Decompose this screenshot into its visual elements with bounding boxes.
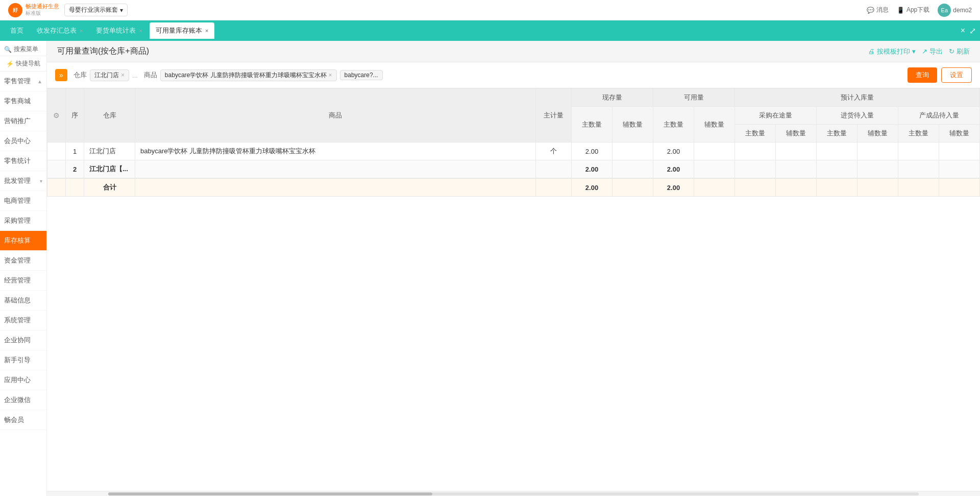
th-pending-aux: 辅数量 <box>857 125 898 143</box>
sidebar-item-member[interactable]: 会员中心 <box>0 131 46 151</box>
sidebar-item-system[interactable]: 系统管理 <box>0 311 46 330</box>
product-tag1-remove[interactable]: × <box>329 72 332 79</box>
quick-nav-label: 快捷导航 <box>16 59 40 68</box>
tab-inventory[interactable]: 可用量库存账本 × <box>150 22 214 39</box>
sidebar-item-app-center[interactable]: 应用中心 <box>0 370 46 390</box>
th-pending-in: 进货待入量 <box>817 107 898 125</box>
footer-pending-aux <box>857 178 898 197</box>
filter-toggle-icon: » <box>59 71 63 79</box>
tab-inventory-close[interactable]: × <box>205 28 208 34</box>
maximize-icon[interactable]: ⤢ <box>969 26 976 36</box>
sidebar-item-label: 应用中心 <box>4 375 31 385</box>
sidebar-item-enterprise-wechat[interactable]: 企业微信 <box>0 390 46 410</box>
tab-actions: × ⤢ <box>961 26 976 36</box>
tab-home[interactable]: 首页 <box>4 22 30 39</box>
row-avail-aux <box>694 143 735 160</box>
table-container[interactable]: ⚙ 序 仓库 商品 主计量 现存量 可用量 预计入库量 主数量 辅数量 主数量 <box>47 88 980 491</box>
row2-gear <box>47 160 66 179</box>
print-button[interactable]: 🖨 按模板打印 ▾ <box>868 47 916 56</box>
th-prod-main: 主数量 <box>898 125 939 143</box>
th-gear[interactable]: ⚙ <box>47 89 66 143</box>
sidebar-item-retail-stats[interactable]: 零售统计 <box>0 151 46 171</box>
sidebar-item-retail-mall[interactable]: 零售商城 <box>0 91 46 111</box>
table-row-group: 2 江北门店【... 2.00 2.00 <box>47 160 980 179</box>
inventory-table: ⚙ 序 仓库 商品 主计量 现存量 可用量 预计入库量 主数量 辅数量 主数量 <box>47 88 980 197</box>
row2-main-unit <box>536 160 572 179</box>
horizontal-scrollbar[interactable] <box>47 491 980 496</box>
tab-receipts-close[interactable]: × <box>80 28 83 34</box>
warehouse-tag-remove[interactable]: × <box>121 72 125 79</box>
sidebar-item-label: 经营管理 <box>4 276 31 285</box>
tab-receipts[interactable]: 收发存汇总表 × <box>31 22 89 39</box>
sidebar-item-new-guide[interactable]: 新手引导 <box>0 350 46 370</box>
row2-no: 2 <box>66 160 84 179</box>
sidebar-item-basic-info[interactable]: 基础信息 <box>0 291 46 311</box>
product-filter-tag1[interactable]: babycare学饮杯 儿童防摔防撞吸管杯重力球吸嘴杯宝宝水杯 × <box>160 69 337 81</box>
footer-row: 合计 2.00 2.00 <box>47 178 980 197</box>
tab-orders-label: 要货单统计表 <box>96 26 136 35</box>
row-no: 1 <box>66 143 84 160</box>
page-header: 可用量查询(按仓库+商品) 🖨 按模板打印 ▾ ↗ 导出 ↻ 刷新 <box>47 41 980 62</box>
export-label: 导出 <box>929 47 943 56</box>
th-prod-aux: 辅数量 <box>939 125 980 143</box>
sidebar-item-marketing[interactable]: 营销推广 <box>0 111 46 131</box>
sidebar-quick-nav[interactable]: ⚡ 快捷导航 <box>0 56 46 72</box>
industry-label: 母婴行业演示账套 <box>69 6 118 14</box>
footer-label: 合计 <box>84 178 135 197</box>
sidebar-item-enterprise[interactable]: 企业协同 <box>0 330 46 350</box>
product-filter-group: 商品 babycare学饮杯 儿童防摔防撞吸管杯重力球吸嘴杯宝宝水杯 × bab… <box>144 69 383 81</box>
sidebar-item-finance[interactable]: 资金管理 <box>0 251 46 271</box>
product-filter-tag2[interactable]: babycare?... <box>340 70 383 80</box>
settings-button[interactable]: 设置 <box>941 67 972 83</box>
sidebar-item-inventory-check[interactable]: 库存核算 <box>0 231 46 251</box>
export-button[interactable]: ↗ 导出 <box>922 47 943 56</box>
sidebar-item-vip[interactable]: 畅会员 <box>0 410 46 430</box>
sidebar-item-retail-mgmt[interactable]: 零售管理 ▲ <box>0 72 46 91</box>
app-download-button[interactable]: 📱 App下载 <box>897 6 929 14</box>
row-gear <box>47 143 66 160</box>
scroll-track <box>108 492 919 495</box>
row2-stock-aux <box>612 160 653 179</box>
sidebar-item-ecommerce[interactable]: 电商管理 <box>0 191 46 211</box>
warehouse-filter-tag[interactable]: 江北门店 × <box>90 69 129 81</box>
footer-avail-main: 2.00 <box>653 178 694 197</box>
refresh-label: 刷新 <box>957 47 970 56</box>
th-no: 序 <box>66 89 84 143</box>
sidebar-item-label: 资金管理 <box>4 256 31 265</box>
header-actions: 🖨 按模板打印 ▾ ↗ 导出 ↻ 刷新 <box>868 47 970 56</box>
row2-avail-main: 2.00 <box>653 160 694 179</box>
row2-warehouse: 江北门店【... <box>84 160 135 179</box>
message-button[interactable]: 💬 消息 <box>867 6 889 14</box>
sidebar-item-label: 库存核算 <box>4 236 31 245</box>
refresh-button[interactable]: ↻ 刷新 <box>949 47 970 56</box>
sidebar-item-wholesale-mgmt[interactable]: 批发管理 ▾ <box>0 171 46 191</box>
th-avail-main: 主数量 <box>653 107 694 143</box>
chevron-icon: ▲ <box>37 79 42 84</box>
footer-pending-main <box>817 178 857 197</box>
scroll-thumb <box>108 492 432 495</box>
industry-select[interactable]: 母婴行业演示账套 ▾ <box>64 4 128 16</box>
footer-no <box>66 178 84 197</box>
user-area[interactable]: Ea demo2 <box>938 4 972 17</box>
th-pending-main: 主数量 <box>817 125 857 143</box>
row-purch-main <box>735 143 776 160</box>
page-title: 可用量查询(按仓库+商品) <box>57 46 149 57</box>
query-button[interactable]: 查询 <box>908 67 937 83</box>
warehouse-more-dots[interactable]: ... <box>132 72 138 79</box>
table-row: 1 江北门店 babycare学饮杯 儿童防摔防撞吸管杯重力球吸嘴杯宝宝水杯 个… <box>47 143 980 160</box>
sidebar-item-operations[interactable]: 经营管理 <box>0 271 46 291</box>
th-planned-in: 预计入库量 <box>735 89 980 107</box>
sidebar-item-label: 零售商城 <box>4 97 31 106</box>
close-window-icon[interactable]: × <box>961 26 965 35</box>
tab-orders[interactable]: 要货单统计表 × <box>90 22 148 39</box>
filter-toggle-button[interactable]: » <box>55 69 67 81</box>
sidebar-item-purchase[interactable]: 采购管理 <box>0 211 46 231</box>
tab-orders-close[interactable]: × <box>139 28 142 34</box>
sidebar-search[interactable]: 🔍 搜索菜单 <box>0 41 46 56</box>
app-icon: 📱 <box>897 7 904 14</box>
sidebar-item-label: 企业微信 <box>4 395 31 405</box>
sidebar-item-label: 零售统计 <box>4 156 31 166</box>
th-current-stock: 现存量 <box>572 89 653 107</box>
footer-purch-aux <box>776 178 817 197</box>
filter-actions: 查询 设置 <box>908 67 972 83</box>
